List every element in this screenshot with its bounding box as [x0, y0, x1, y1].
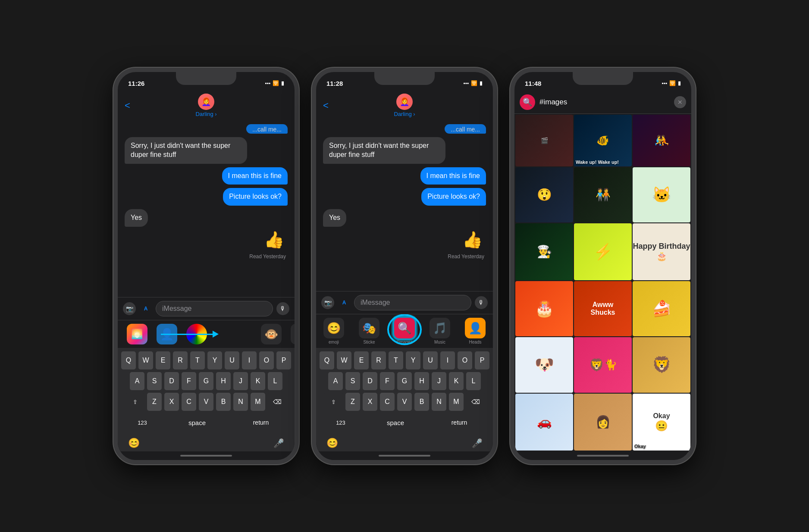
back-button-2[interactable]: < — [323, 100, 329, 111]
key-d-2[interactable]: D — [363, 372, 377, 390]
key-h-2[interactable]: H — [414, 372, 429, 390]
mic-button-2[interactable]: 🎙 — [475, 296, 488, 309]
key-x-1[interactable]: X — [164, 393, 179, 411]
key-l-1[interactable]: L — [268, 372, 282, 390]
gif-close-button-3[interactable]: ✕ — [674, 96, 686, 108]
key-v-2[interactable]: V — [397, 393, 412, 411]
appstore-button-1[interactable]: A — [139, 302, 152, 315]
key-delete-2[interactable]: ⌫ — [466, 393, 485, 411]
gif-cell-12[interactable]: 🍰 — [633, 281, 690, 337]
mic-button-1[interactable]: 🎙 — [276, 302, 289, 315]
key-u-2[interactable]: U — [423, 351, 438, 369]
camera-button-1[interactable]: 📷 — [123, 302, 136, 315]
key-return-2[interactable]: return — [441, 413, 477, 432]
key-m-2[interactable]: M — [449, 393, 464, 411]
key-z-1[interactable]: Z — [147, 393, 162, 411]
key-i-1[interactable]: I — [242, 351, 257, 369]
gif-cell-7[interactable]: 👨‍🍳 — [515, 223, 573, 280]
key-space-1[interactable]: space — [154, 413, 240, 432]
tray-images-2[interactable]: 🔍 #images — [391, 318, 419, 344]
tray-stickers-2[interactable]: 🎭 Sticke — [355, 318, 383, 344]
key-x-2[interactable]: X — [363, 393, 377, 411]
key-t-1[interactable]: T — [190, 351, 205, 369]
key-numbers-1[interactable]: 123 — [133, 413, 151, 432]
key-return-1[interactable]: return — [243, 413, 279, 432]
key-p-2[interactable]: P — [475, 351, 489, 369]
key-y-2[interactable]: Y — [406, 351, 420, 369]
gif-cell-9[interactable]: Happy Birthday 🎂 — [633, 223, 690, 280]
key-a-1[interactable]: A — [130, 372, 144, 390]
key-h-1[interactable]: H — [216, 372, 231, 390]
key-e-2[interactable]: E — [354, 351, 369, 369]
key-g-1[interactable]: G — [199, 372, 213, 390]
key-shift-1[interactable]: ⇧ — [125, 393, 144, 411]
gif-cell-5[interactable]: 🧑‍🤝‍🧑 — [574, 167, 632, 223]
gif-cell-6[interactable]: 🐱 — [633, 167, 690, 223]
contact-name-2[interactable]: Darling › — [394, 111, 415, 117]
emoji-key-1[interactable]: 😊 — [128, 438, 140, 449]
key-t-2[interactable]: T — [389, 351, 403, 369]
key-y-1[interactable]: Y — [207, 351, 222, 369]
back-button-1[interactable]: < — [125, 100, 130, 111]
gif-cell-10[interactable]: 🎂 — [515, 281, 573, 337]
mic-key-1[interactable]: 🎤 — [273, 438, 284, 448]
key-s-2[interactable]: S — [345, 372, 360, 390]
nav-contact-2[interactable]: 👩‍🦰 Darling › — [394, 94, 415, 117]
message-input-1[interactable]: iMessage — [156, 301, 273, 316]
key-j-1[interactable]: J — [233, 372, 248, 390]
key-s-1[interactable]: S — [147, 372, 162, 390]
gif-cell-8[interactable]: ⚡ — [574, 223, 632, 280]
key-m-1[interactable]: M — [251, 393, 265, 411]
tray-heads-2[interactable]: 👤 Heads — [461, 318, 489, 344]
key-b-1[interactable]: B — [216, 393, 231, 411]
gif-cell-18[interactable]: Okay 😐 Okay — [633, 394, 690, 451]
mic-key-2[interactable]: 🎤 — [472, 438, 483, 448]
gif-cell-4[interactable]: 😲 — [515, 167, 573, 223]
contact-name-1[interactable]: Darling › — [195, 111, 216, 117]
key-delete-1[interactable]: ⌫ — [268, 393, 287, 411]
key-l-2[interactable]: L — [466, 372, 481, 390]
key-v-1[interactable]: V — [199, 393, 213, 411]
tray-monkey-1[interactable]: 🐵 — [257, 324, 285, 344]
gif-cell-2[interactable]: 🐠 Wake up! Wake up! — [574, 115, 632, 166]
tray-person-1[interactable]: 🧑 — [287, 324, 295, 344]
key-f-1[interactable]: F — [182, 372, 196, 390]
key-i-2[interactable]: I — [440, 351, 455, 369]
key-p-1[interactable]: P — [276, 351, 291, 369]
key-w-1[interactable]: W — [138, 351, 153, 369]
appstore-button-2[interactable]: A — [338, 296, 351, 309]
gif-cell-13[interactable]: 🐶 — [515, 337, 573, 393]
gif-cell-1[interactable]: 🎬 — [515, 115, 573, 166]
gif-cell-3[interactable]: 🤼 — [633, 115, 690, 166]
key-e-1[interactable]: E — [156, 351, 170, 369]
key-g-2[interactable]: G — [397, 372, 412, 390]
key-q-2[interactable]: Q — [320, 351, 334, 369]
key-u-1[interactable]: U — [225, 351, 239, 369]
key-z-2[interactable]: Z — [345, 393, 360, 411]
gif-cell-16[interactable]: 🚗 — [515, 394, 573, 451]
gif-cell-17[interactable]: 👩 — [574, 394, 632, 451]
key-f-2[interactable]: F — [380, 372, 395, 390]
key-j-2[interactable]: J — [432, 372, 446, 390]
message-input-2[interactable]: iMessage — [354, 295, 471, 310]
key-shift-2[interactable]: ⇧ — [324, 393, 343, 411]
tray-photos-1[interactable]: 🌅 — [123, 324, 151, 344]
key-r-1[interactable]: R — [173, 351, 188, 369]
key-w-2[interactable]: W — [337, 351, 351, 369]
key-n-1[interactable]: N — [233, 393, 248, 411]
key-numbers-2[interactable]: 123 — [332, 413, 350, 432]
key-o-1[interactable]: O — [259, 351, 274, 369]
key-d-1[interactable]: D — [164, 372, 179, 390]
key-k-2[interactable]: K — [449, 372, 464, 390]
key-o-2[interactable]: O — [458, 351, 472, 369]
key-k-1[interactable]: K — [251, 372, 265, 390]
emoji-key-2[interactable]: 😊 — [326, 438, 338, 449]
images-icon-2[interactable]: 🔍 — [394, 318, 415, 338]
key-space-2[interactable]: space — [352, 413, 439, 432]
key-c-2[interactable]: C — [380, 393, 395, 411]
key-q-1[interactable]: Q — [121, 351, 136, 369]
gif-cell-14[interactable]: 🦁 🐈 — [574, 337, 632, 393]
key-n-2[interactable]: N — [432, 393, 446, 411]
key-a-2[interactable]: A — [328, 372, 343, 390]
gif-cell-11[interactable]: Awww Shucks — [574, 281, 632, 337]
